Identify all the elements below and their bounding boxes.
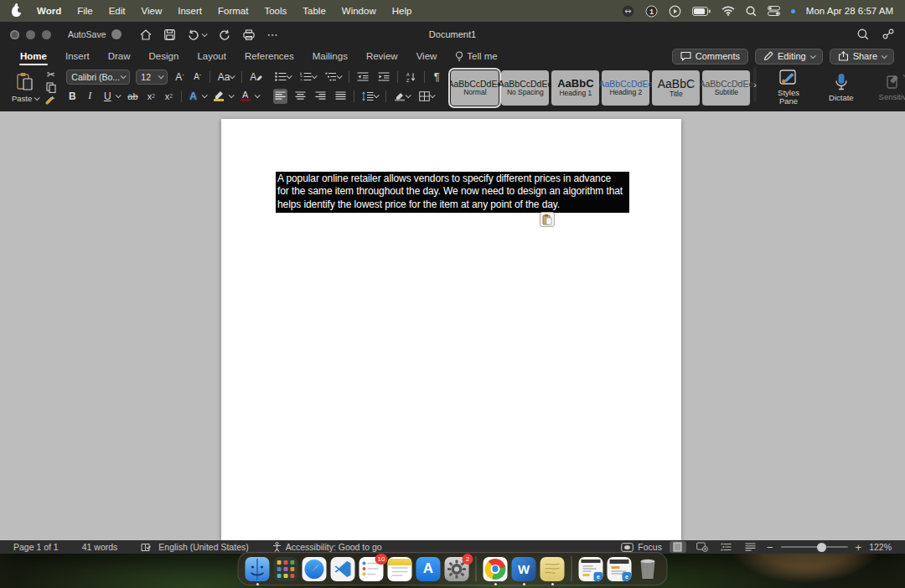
superscript-button[interactable]: x2 xyxy=(163,89,175,104)
borders-button[interactable] xyxy=(417,89,436,104)
style-normal[interactable]: AaBbCcDdEeNormal xyxy=(451,70,499,106)
menu-item-table[interactable]: Table xyxy=(303,6,326,16)
close-window-button[interactable] xyxy=(10,30,19,39)
dock-icon-reminders[interactable]: 10 xyxy=(359,557,384,581)
italic-button[interactable]: I xyxy=(84,89,96,104)
text-effects-button[interactable]: A xyxy=(188,89,199,104)
tab-mailings[interactable]: Mailings xyxy=(303,47,357,65)
underline-button[interactable]: U xyxy=(101,89,113,104)
tab-tell-me[interactable]: Tell me xyxy=(446,47,506,65)
line-spacing-button[interactable] xyxy=(360,89,380,104)
tab-insert[interactable]: Insert xyxy=(56,47,99,65)
selected-paragraph[interactable]: A popular online retailer allows vendors… xyxy=(276,172,629,213)
justify-button[interactable] xyxy=(334,89,348,104)
font-size-combo[interactable]: 12 xyxy=(136,70,168,85)
strikethrough-button[interactable]: ab xyxy=(126,89,139,104)
tab-home[interactable]: Home xyxy=(11,47,56,65)
tab-layout[interactable]: Layout xyxy=(188,47,235,65)
style-no-spacing[interactable]: AaBbCcDdEeNo Spacing xyxy=(501,70,549,106)
tab-review[interactable]: Review xyxy=(357,47,407,65)
screen-mirroring-icon[interactable] xyxy=(622,5,634,18)
menu-item-tools[interactable]: Tools xyxy=(264,6,287,16)
increase-indent-button[interactable] xyxy=(376,70,391,85)
zoom-out-button[interactable]: − xyxy=(767,541,773,554)
styles-pane-button[interactable]: Styles Pane xyxy=(765,67,812,108)
paste-button[interactable]: Paste xyxy=(7,70,44,105)
one-badge-icon[interactable]: 1 xyxy=(645,5,658,18)
draft-view-icon[interactable] xyxy=(742,541,759,553)
bold-button[interactable]: B xyxy=(66,89,78,104)
zoom-window-button[interactable] xyxy=(42,30,51,39)
text-highlight-button[interactable] xyxy=(212,89,226,104)
dock-icon-trash[interactable] xyxy=(636,557,660,581)
dock-icon-launchpad[interactable] xyxy=(274,557,298,581)
style-title[interactable]: AaBbCTitle xyxy=(652,70,700,106)
tab-draw[interactable]: Draw xyxy=(99,47,140,65)
dock-icon-minimized-window-1[interactable]: e xyxy=(579,557,603,581)
tab-references[interactable]: References xyxy=(235,47,303,65)
menu-bar-clock[interactable]: Mon Apr 28 6:57 AM xyxy=(806,6,893,16)
menu-item-view[interactable]: View xyxy=(142,6,163,16)
font-color-button[interactable]: A xyxy=(239,89,252,104)
shading-button[interactable] xyxy=(392,89,411,104)
align-left-button[interactable] xyxy=(273,89,287,104)
grow-font-button[interactable]: Aˆ xyxy=(173,70,185,85)
style-heading-2[interactable]: AaBbCcDdEeHeading 2 xyxy=(602,70,649,106)
multilevel-list-button[interactable] xyxy=(323,70,343,85)
align-center-button[interactable] xyxy=(293,89,308,104)
underline-options-chevron-icon[interactable] xyxy=(116,92,122,98)
dock-icon-safari[interactable] xyxy=(303,557,327,581)
tab-design[interactable]: Design xyxy=(140,47,189,65)
zoom-slider[interactable] xyxy=(781,546,848,548)
menu-item-insert[interactable]: Insert xyxy=(178,6,202,16)
share-link-icon[interactable] xyxy=(882,28,895,40)
minimize-window-button[interactable] xyxy=(26,30,35,39)
cut-button[interactable]: ✂ xyxy=(44,69,58,81)
search-icon[interactable] xyxy=(746,6,757,17)
zoom-level[interactable]: 122% xyxy=(869,542,892,552)
numbering-button[interactable] xyxy=(298,70,318,85)
document-canvas[interactable]: A popular online retailer allows vendors… xyxy=(0,111,905,540)
dock-icon-notes[interactable] xyxy=(388,557,412,581)
dock-icon-word[interactable]: W xyxy=(512,557,536,581)
comments-button[interactable]: Comments xyxy=(672,49,748,64)
save-icon[interactable] xyxy=(164,29,175,40)
redo-icon[interactable] xyxy=(219,29,230,40)
undo-icon[interactable] xyxy=(188,29,199,40)
dock-icon-stickies[interactable] xyxy=(540,557,565,581)
editing-mode-button[interactable]: Editing xyxy=(755,49,823,64)
dock-icon-minimized-window-2[interactable]: e xyxy=(608,557,632,581)
undo-dropdown-chevron-icon[interactable] xyxy=(201,31,207,37)
focus-mode-button[interactable]: Focus xyxy=(621,542,662,552)
font-name-combo[interactable]: Calibri (Bo... xyxy=(66,70,130,85)
subscript-button[interactable]: x2 xyxy=(146,89,158,104)
search-icon[interactable] xyxy=(857,28,869,40)
dock-icon-vscode[interactable] xyxy=(331,557,355,581)
play-circle-icon[interactable] xyxy=(669,5,681,18)
tab-view[interactable]: View xyxy=(407,47,447,65)
zoom-slider-thumb[interactable] xyxy=(817,543,826,552)
dock-icon-settings[interactable]: 2 xyxy=(445,557,469,581)
dock-icon-chrome[interactable] xyxy=(484,557,508,581)
apple-menu-icon[interactable] xyxy=(12,6,21,17)
dock-icon-finder[interactable] xyxy=(246,557,270,581)
sort-button[interactable]: AZ xyxy=(404,70,418,85)
highlight-color-chevron-icon[interactable] xyxy=(228,92,234,98)
outline-view-icon[interactable] xyxy=(718,541,735,553)
text-effects-chevron-icon[interactable] xyxy=(201,92,207,98)
decrease-indent-button[interactable] xyxy=(355,70,370,85)
print-icon[interactable] xyxy=(243,29,255,40)
menu-item-edit[interactable]: Edit xyxy=(109,6,126,16)
change-case-button[interactable]: Aa xyxy=(216,70,236,85)
menu-app-name[interactable]: Word xyxy=(37,6,61,16)
paste-options-button[interactable] xyxy=(540,212,555,227)
menu-item-file[interactable]: File xyxy=(77,6,93,16)
language-status[interactable]: English (United States) xyxy=(158,542,248,552)
web-layout-view-icon[interactable] xyxy=(694,541,711,553)
dock-icon-appstore[interactable]: A xyxy=(416,557,441,581)
autosave-toggle[interactable] xyxy=(111,29,122,39)
copy-button[interactable] xyxy=(44,81,58,94)
print-layout-view-icon[interactable] xyxy=(670,541,686,553)
menu-item-help[interactable]: Help xyxy=(392,6,412,16)
menu-item-format[interactable]: Format xyxy=(218,6,248,16)
